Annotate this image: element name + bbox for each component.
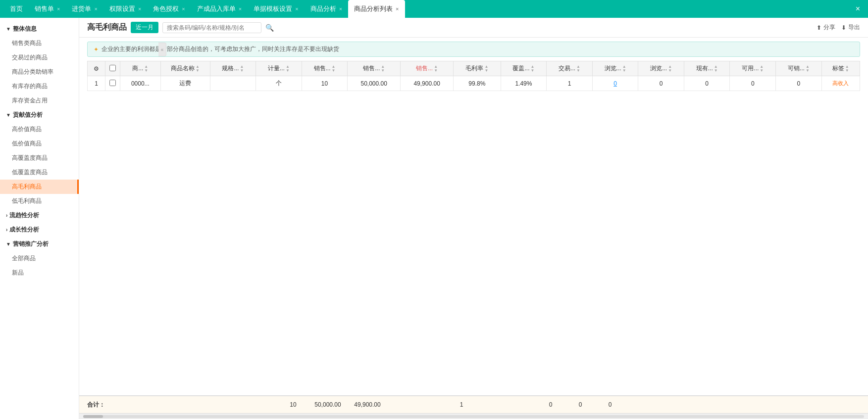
- footer-cell-empty1: [137, 399, 169, 410]
- main-layout: ▼ 整体信息 销售类商品 交易过的商品 商品分类助销率 有库存的商品 库存资金占…: [0, 18, 868, 419]
- sidebar-item-new-goods[interactable]: 新品: [0, 266, 79, 280]
- col-unit[interactable]: 计量...▲▼: [256, 61, 302, 76]
- footer-cell-empty2: [169, 399, 199, 410]
- close-analysis-list[interactable]: ×: [396, 6, 399, 12]
- nav-template[interactable]: 单据模板设置 ×: [248, 0, 304, 18]
- close-template[interactable]: ×: [295, 6, 298, 12]
- sidebar-item-stock-capital[interactable]: 库存资金占用: [0, 93, 79, 108]
- cell-current-stock: 0: [684, 76, 730, 91]
- col-sellable[interactable]: 可销...▲▼: [776, 61, 822, 76]
- nav-analysis-list[interactable]: 商品分析列表 ×: [348, 0, 405, 18]
- col-tag[interactable]: 标签▲▼: [821, 61, 860, 76]
- footer-cell-sales-profit: 49,900.00: [348, 399, 387, 410]
- content-title: 高毛利商品: [87, 22, 127, 33]
- col-code[interactable]: 商...▲▼: [120, 61, 161, 76]
- sidebar-item-high-value[interactable]: 高价值商品: [0, 122, 79, 137]
- close-inbound[interactable]: ×: [239, 6, 242, 12]
- sidebar-collapse-button[interactable]: «: [158, 43, 166, 56]
- sidebar-item-low-value[interactable]: 低价值商品: [0, 137, 79, 151]
- sidebar-item-in-stock[interactable]: 有库存的商品: [0, 79, 79, 93]
- cell-checkbox[interactable]: [105, 76, 120, 91]
- sidebar-group-contribution[interactable]: ▼ 贡献值分析: [0, 108, 79, 122]
- arrow-growth: ›: [6, 227, 7, 233]
- col-coverage[interactable]: 覆盖...▲▼: [501, 61, 547, 76]
- footer-cell-empty5: [387, 399, 417, 410]
- sidebar-item-high-coverage[interactable]: 高覆盖度商品: [0, 151, 79, 165]
- footer-cell-empty7: [476, 399, 506, 410]
- arrow-overall: ▼: [6, 26, 11, 32]
- scroll-track[interactable]: [83, 415, 864, 418]
- sidebar-group-growth[interactable]: › 成长性分析: [0, 223, 79, 237]
- nav-inbound[interactable]: 产成品入库单 ×: [191, 0, 248, 18]
- export-icon: ⬇: [841, 24, 846, 31]
- search-button[interactable]: 🔍: [265, 24, 274, 32]
- arrow-marketing: ▼: [6, 241, 11, 247]
- col-name[interactable]: 商品名称▲▼: [160, 61, 210, 76]
- info-banner: ✦ 企业的主要的利润都是这部分商品创造的，可考虑加大推广，同时关注库存是不要出现…: [87, 42, 860, 57]
- footer-totals: 合计： 10 50,000.00 49,900.00 1 0 0 0: [79, 395, 868, 413]
- sidebar-group-overall[interactable]: ▼ 整体信息: [0, 22, 79, 36]
- close-role[interactable]: ×: [182, 6, 185, 12]
- cell-index: 1: [88, 76, 105, 91]
- cell-browse1[interactable]: 0: [592, 76, 638, 91]
- col-checkbox[interactable]: [105, 61, 120, 76]
- export-button[interactable]: ⬇ 导出: [841, 23, 860, 32]
- top-nav: 首页 销售单 × 进货单 × 权限设置 × 角色授权 × 产成品入库单 × 单据…: [0, 0, 868, 18]
- col-sales-profit[interactable]: 销售...▲▼: [401, 61, 454, 76]
- content-header: 高毛利商品 近一月 🔍 ⬆ 分享 ⬇ 导出: [79, 18, 868, 38]
- footer-cell-empty4: [249, 399, 278, 410]
- sidebar-item-low-margin[interactable]: 低毛利商品: [0, 194, 79, 208]
- sidebar-group-marketing[interactable]: ▼ 营销推广分析: [0, 237, 79, 251]
- nav-sales[interactable]: 销售单 ×: [29, 0, 66, 18]
- select-all-checkbox[interactable]: [109, 65, 116, 71]
- col-sales-amount[interactable]: 销售...▲▼: [348, 61, 401, 76]
- footer-cell-empty8: [506, 399, 536, 410]
- filter-month-button[interactable]: 近一月: [131, 22, 158, 33]
- cell-spec: [210, 76, 256, 91]
- sidebar-item-high-margin[interactable]: 高毛利商品: [0, 180, 79, 194]
- bottom-scrollbar[interactable]: [79, 413, 868, 419]
- footer-cell-empty6: [417, 399, 447, 410]
- footer-cells: 10 50,000.00 49,900.00 1 0 0 0: [137, 399, 860, 410]
- nav-home[interactable]: 首页: [4, 0, 29, 18]
- sidebar-item-all-goods[interactable]: 全部商品: [0, 251, 79, 266]
- close-sales[interactable]: ×: [57, 6, 60, 12]
- scroll-thumb[interactable]: [83, 415, 103, 418]
- close-analysis[interactable]: ×: [339, 6, 342, 12]
- arrow-trend: ›: [6, 213, 7, 218]
- cell-sales-qty: 10: [302, 76, 348, 91]
- sidebar: ▼ 整体信息 销售类商品 交易过的商品 商品分类助销率 有库存的商品 库存资金占…: [0, 18, 79, 419]
- col-gross-margin[interactable]: 毛利率▲▼: [454, 61, 501, 76]
- sidebar-item-low-coverage[interactable]: 低覆盖度商品: [0, 165, 79, 180]
- nav-role[interactable]: 角色授权 ×: [147, 0, 191, 18]
- col-settings[interactable]: ⚙: [88, 61, 105, 76]
- nav-permission[interactable]: 权限设置 ×: [103, 0, 147, 18]
- cell-unit: 个: [256, 76, 302, 91]
- close-all-button[interactable]: ×: [852, 4, 864, 13]
- star-icon: ✦: [94, 46, 99, 53]
- cell-sales-amount: 50,000.00: [348, 76, 401, 91]
- col-current-stock[interactable]: 现有...▲▼: [684, 61, 730, 76]
- sidebar-item-traded-goods[interactable]: 交易过的商品: [0, 50, 79, 65]
- col-browse1[interactable]: 浏览...▲▼: [592, 61, 638, 76]
- close-permission[interactable]: ×: [138, 6, 141, 12]
- footer-cell-current-stock: 0: [536, 399, 565, 410]
- nav-analysis[interactable]: 商品分析 ×: [305, 0, 348, 18]
- cell-code: 0000...: [120, 76, 161, 91]
- footer-cell-transaction: 1: [447, 399, 476, 410]
- col-spec[interactable]: 规格...▲▼: [210, 61, 256, 76]
- nav-purchase[interactable]: 进货单 ×: [66, 0, 103, 18]
- sidebar-item-category-rate[interactable]: 商品分类助销率: [0, 65, 79, 79]
- sidebar-group-trend[interactable]: › 流趋性分析: [0, 208, 79, 223]
- share-button[interactable]: ⬆ 分享: [817, 23, 835, 32]
- close-purchase[interactable]: ×: [94, 6, 97, 12]
- col-browse2[interactable]: 浏览...▲▼: [638, 61, 684, 76]
- col-available[interactable]: 可用...▲▼: [730, 61, 776, 76]
- row-checkbox[interactable]: [109, 80, 116, 86]
- search-input[interactable]: [162, 22, 261, 33]
- cell-sales-profit: 49,900.00: [401, 76, 454, 91]
- col-sales-qty[interactable]: 销售...▲▼: [302, 61, 348, 76]
- footer-cell-sellable: 0: [595, 399, 625, 410]
- col-transaction[interactable]: 交易...▲▼: [547, 61, 593, 76]
- sidebar-item-sales-goods[interactable]: 销售类商品: [0, 36, 79, 50]
